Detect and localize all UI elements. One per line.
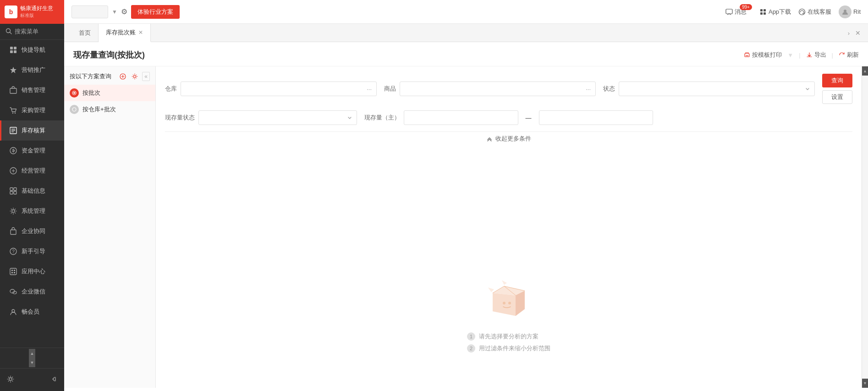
settings-icon[interactable] xyxy=(5,373,16,386)
inventory-icon xyxy=(9,126,18,135)
sidebar-item-wechat[interactable]: 企业微信 xyxy=(0,282,64,302)
svg-rect-24 xyxy=(11,270,13,271)
basics-icon xyxy=(9,186,18,196)
messages-action[interactable]: 消息 99+ xyxy=(725,8,747,16)
member-icon xyxy=(9,307,18,316)
header-divider1: | xyxy=(799,52,800,59)
online-service-action[interactable]: 在线客服 xyxy=(798,8,831,16)
sidebar-scroll-down[interactable]: ▼ xyxy=(29,358,35,367)
by-batch-label: 按批次 xyxy=(82,89,100,97)
sidebar-item-system[interactable]: 系统管理 xyxy=(0,201,64,221)
filter-row-1: 仓库 ··· 商品 ··· xyxy=(165,74,852,104)
tab-home[interactable]: 首页 xyxy=(71,24,99,42)
appcenter-icon xyxy=(9,267,18,276)
svg-rect-16 xyxy=(14,188,16,190)
topbar-gear-icon[interactable]: ⚙ xyxy=(121,7,127,16)
shortcuts-icon xyxy=(9,45,18,54)
plan-item-by-batch[interactable]: 按批次 xyxy=(64,85,155,101)
marketing-label: 营销推广 xyxy=(22,66,45,74)
enterprise-label: 企业协同 xyxy=(22,227,45,235)
svg-line-1 xyxy=(10,32,12,34)
sidebar-item-inventory[interactable]: 库存核算 xyxy=(0,120,64,141)
tip-num-1: 1 xyxy=(467,332,475,341)
tab-close-icon[interactable]: ✕ xyxy=(138,29,143,36)
user-avatar-action[interactable]: Rit xyxy=(839,5,861,18)
topbar-search-input[interactable] xyxy=(71,5,108,18)
product-input[interactable]: ··· xyxy=(400,81,596,96)
sidebar-item-basics[interactable]: 基础信息 xyxy=(0,181,64,201)
add-plan-icon[interactable] xyxy=(118,72,127,81)
sidebar-item-purchase[interactable]: 采购管理 xyxy=(0,100,64,120)
empty-tips-container: 1 请先选择要分析的方案 2 用过滤条件来缩小分析范围 xyxy=(467,332,550,353)
tab-inventory-batch[interactable]: 库存批次账 ✕ xyxy=(99,24,151,42)
plan-item-by-warehouse-batch[interactable]: 按仓库+批次 xyxy=(64,101,155,118)
sidebar-item-enterprise[interactable]: 企业协同 xyxy=(0,221,64,241)
filter-inventory-status: 现存量状态 xyxy=(165,110,357,125)
sidebar-item-finance[interactable]: 资金管理 xyxy=(0,141,64,161)
inventory-status-select[interactable] xyxy=(198,110,357,125)
page-header-actions: 按模板打印 ▼ | 导出 | 刷新 xyxy=(744,51,859,59)
inventory-quantity-label: 现存量（主） xyxy=(364,114,400,122)
svg-rect-2 xyxy=(10,47,13,49)
topbar-dropdown-arrow[interactable]: ▼ xyxy=(112,9,117,15)
purchase-label: 采购管理 xyxy=(22,106,45,114)
sidebar-nav: 快捷导航 营销推广 销售管理 采购管理 xyxy=(0,40,64,348)
export-button[interactable]: 导出 xyxy=(806,51,826,59)
page-header: 现存量查询(按批次) 按模板打印 ▼ | 导出 | 刷新 xyxy=(64,42,868,66)
refresh-icon xyxy=(839,52,845,58)
tab-right-arrow-icon[interactable]: › xyxy=(848,29,850,36)
collapse-sidebar-icon[interactable] xyxy=(48,373,60,386)
inventory-qty-min-input[interactable] xyxy=(404,110,518,125)
product-more-btn[interactable]: ··· xyxy=(586,86,591,92)
collapse-panel-icon[interactable]: « xyxy=(142,72,150,81)
tab-home-label: 首页 xyxy=(79,29,91,37)
left-panel-header: 按以下方案查询 « xyxy=(64,72,155,85)
right-scrollbar[interactable]: ▲ ▼ xyxy=(862,66,868,388)
svg-rect-20 xyxy=(11,230,16,234)
sidebar-item-sales[interactable]: 销售管理 xyxy=(0,80,64,100)
settings-button[interactable]: 设置 xyxy=(822,90,852,104)
sidebar-item-member[interactable]: 畅会员 xyxy=(0,302,64,322)
scroll-up-btn[interactable]: ▲ xyxy=(862,66,868,76)
sidebar-item-newguide[interactable]: ? 新手引导 xyxy=(0,241,64,261)
svg-rect-15 xyxy=(10,188,13,190)
empty-tip-1-text: 请先选择要分析的方案 xyxy=(479,332,538,341)
sidebar-scroll-up[interactable]: ▲ xyxy=(29,349,35,358)
empty-tip-1: 1 请先选择要分析的方案 xyxy=(467,332,550,341)
svg-point-7 xyxy=(12,113,13,114)
newguide-icon: ? xyxy=(9,247,18,256)
messages-icon xyxy=(725,8,733,16)
sidebar-item-shortcuts[interactable]: 快捷导航 xyxy=(0,40,64,60)
sidebar-item-appcenter[interactable]: 应用中心 xyxy=(0,261,64,282)
app-download-action[interactable]: App下载 xyxy=(759,8,791,16)
sidebar-item-operations[interactable]: 经营管理 xyxy=(0,161,64,181)
settings-plan-icon[interactable] xyxy=(130,72,139,81)
svg-rect-17 xyxy=(10,191,13,194)
print-template-button[interactable]: 按模板打印 xyxy=(744,51,782,59)
sidebar-bottom xyxy=(0,368,64,391)
sidebar-item-marketing[interactable]: 营销推广 xyxy=(0,60,64,80)
topbar-left: ▼ ⚙ 体验行业方案 xyxy=(71,5,720,19)
warehouse-input[interactable]: ··· xyxy=(181,81,377,96)
app-edition: 标准版 xyxy=(20,12,53,19)
svg-rect-25 xyxy=(14,270,15,271)
collapse-more-btn[interactable]: 收起更多条件 xyxy=(165,131,852,146)
filter-product: 商品 ··· xyxy=(384,81,596,96)
sidebar-search[interactable]: 搜索菜单 xyxy=(0,24,64,40)
all-tabs-close-icon[interactable]: ✕ xyxy=(855,29,861,37)
by-batch-icon xyxy=(70,88,79,98)
warehouse-more-btn[interactable]: ··· xyxy=(367,86,372,92)
dropdown-for-print[interactable]: ▼ xyxy=(787,52,793,59)
status-select[interactable] xyxy=(619,81,815,96)
warehouse-label: 仓库 xyxy=(165,85,177,93)
collapse-up-icon xyxy=(486,136,493,142)
company-name: 畅康通好生意 xyxy=(20,5,53,12)
svg-rect-6 xyxy=(10,88,16,93)
svg-point-31 xyxy=(9,378,12,380)
trial-plan-button[interactable]: 体验行业方案 xyxy=(131,5,180,19)
query-button[interactable]: 查询 xyxy=(822,74,852,87)
scroll-down-btn[interactable]: ▼ xyxy=(862,379,868,388)
inventory-qty-max-input[interactable] xyxy=(539,110,653,125)
refresh-button[interactable]: 刷新 xyxy=(839,51,859,59)
svg-point-50 xyxy=(508,302,511,304)
